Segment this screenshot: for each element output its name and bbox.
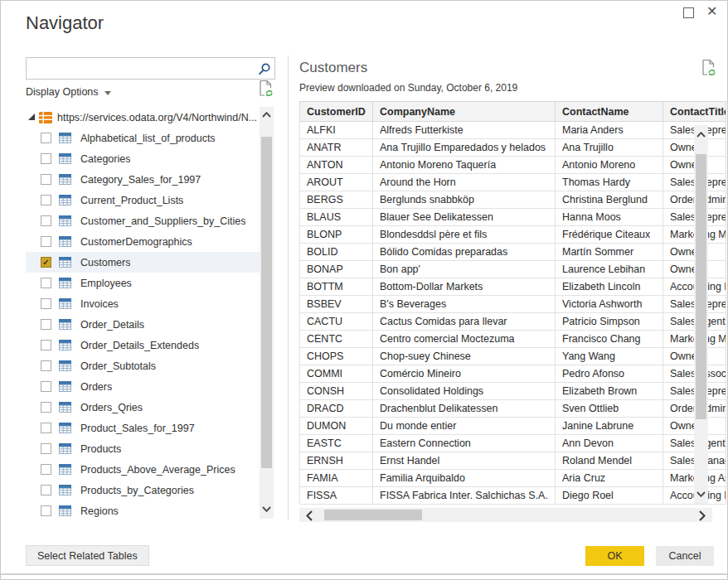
table-cell: FISSA xyxy=(300,487,373,505)
checkbox[interactable] xyxy=(41,340,51,350)
tree-item-categories[interactable]: Categories xyxy=(26,148,260,169)
checkbox[interactable] xyxy=(41,133,51,143)
checkbox[interactable] xyxy=(41,381,51,392)
preview-table: CustomerIDCompanyNameContactNameContactT… xyxy=(299,101,726,505)
tree-item-label: Categories xyxy=(80,153,130,165)
tree-item-label: Orders xyxy=(80,381,112,393)
checkbox[interactable] xyxy=(41,402,51,413)
table-cell: Roland Mendel xyxy=(556,452,663,470)
checkbox[interactable] xyxy=(41,505,51,516)
scrollbar-thumb[interactable] xyxy=(261,137,272,468)
refresh-source-icon[interactable] xyxy=(259,80,274,100)
table-row: FAMIAFamilia ArquibaldoAria CruzMarketin… xyxy=(300,470,726,487)
table-cell: Francisco Chang xyxy=(556,331,663,348)
scrollbar-thumb[interactable] xyxy=(696,154,706,419)
table-cell: BOTTM xyxy=(300,278,373,296)
table-cell: CACTU xyxy=(300,313,373,331)
table-cell: Du monde entier xyxy=(373,418,556,435)
table-cell: Sven Ottlieb xyxy=(556,400,663,418)
tree-item-customers[interactable]: ✓Customers xyxy=(26,252,260,273)
tree-item-orders_qries[interactable]: Orders_Qries xyxy=(26,397,260,418)
tree-scrollbar[interactable] xyxy=(260,107,274,519)
ok-button[interactable]: OK xyxy=(585,546,644,566)
table-row: CONSHConsolidated HoldingsElizabeth Brow… xyxy=(300,383,726,400)
table-icon xyxy=(59,195,71,205)
tree-item-current_product_lists[interactable]: Current_Product_Lists xyxy=(26,190,260,210)
table-cell: ALFKI xyxy=(300,122,373,139)
tree-item-product_sales_for_1997[interactable]: Product_Sales_for_1997 xyxy=(26,418,260,438)
tree-item-products[interactable]: Products xyxy=(26,438,260,459)
tree-item-alphabetical_list_of_products[interactable]: Alphabetical_list_of_products xyxy=(26,128,260,148)
table-cell: Centro comercial Moctezuma xyxy=(373,331,556,348)
checkbox[interactable] xyxy=(41,464,51,475)
close-icon[interactable]: ✕ xyxy=(706,3,717,20)
search-input[interactable] xyxy=(27,58,255,79)
tree-item-order_subtotals[interactable]: Order_Subtotals xyxy=(26,355,260,376)
checkbox[interactable] xyxy=(41,174,51,185)
checkbox[interactable] xyxy=(41,298,51,309)
table-cell: BERGS xyxy=(300,191,373,209)
scroll-left-icon[interactable] xyxy=(306,510,313,524)
table-icon xyxy=(59,360,71,371)
navigator-dialog: Navigator ✕ Display Options xyxy=(0,0,728,580)
scrollbar-thumb[interactable] xyxy=(324,510,422,520)
table-cell: Bottom-Dollar Markets xyxy=(373,278,556,296)
checkbox[interactable] xyxy=(41,278,51,288)
panel-divider xyxy=(288,56,289,520)
navigation-tree: https://services.odata.org/V4/Northwind/… xyxy=(26,107,260,521)
checkbox[interactable] xyxy=(41,443,51,454)
tree-item-order_details_extendeds[interactable]: Order_Details_Extendeds xyxy=(26,335,260,355)
checkbox[interactable] xyxy=(41,153,51,164)
scroll-down-icon[interactable] xyxy=(260,506,274,512)
refresh-preview-icon[interactable] xyxy=(701,59,716,80)
select-related-tables-button[interactable]: Select Related Tables xyxy=(26,545,149,566)
scroll-down-icon[interactable] xyxy=(694,491,708,497)
tree-item-customer_and_suppliers_by_cities[interactable]: Customer_and_Suppliers_by_Cities xyxy=(26,210,260,231)
scroll-right-icon[interactable] xyxy=(699,510,706,524)
table-row: DRACDDrachenblut DelikatessenSven Ottlie… xyxy=(300,400,726,418)
table-row: BLONPBlondesddsl père et filsFrédérique … xyxy=(300,226,726,244)
table-icon xyxy=(59,464,71,475)
tree-item-invoices[interactable]: Invoices xyxy=(26,293,260,314)
checkbox[interactable] xyxy=(41,485,51,495)
checkbox[interactable]: ✓ xyxy=(41,257,51,268)
table-cell: ANATR xyxy=(300,139,373,157)
odata-source-icon xyxy=(39,112,52,123)
table-vertical-scrollbar[interactable] xyxy=(694,125,708,504)
search-icon[interactable] xyxy=(257,62,271,80)
checkbox[interactable] xyxy=(41,423,51,433)
checkbox[interactable] xyxy=(41,360,51,371)
tree-item-order_details[interactable]: Order_Details xyxy=(26,314,260,335)
tree-item-employees[interactable]: Employees xyxy=(26,273,260,293)
cancel-button[interactable]: Cancel xyxy=(656,546,714,566)
table-cell: Frédérique Citeaux xyxy=(556,226,663,244)
tree-item-customerdemographics[interactable]: CustomerDemographics xyxy=(26,231,260,252)
preview-title: Customers xyxy=(299,60,367,76)
table-horizontal-scrollbar[interactable] xyxy=(299,508,712,522)
display-options-dropdown[interactable]: Display Options xyxy=(26,86,111,98)
tree-item-products_above_average_prices[interactable]: Products_Above_Average_Prices xyxy=(26,459,260,480)
table-icon xyxy=(59,340,71,350)
table-icon xyxy=(59,505,71,516)
maximize-icon[interactable] xyxy=(683,7,694,18)
table-cell: Aria Cruz xyxy=(556,470,663,487)
table-row: ANATRAna Trujillo Emparedados y heladosA… xyxy=(300,139,726,157)
tree-item-regions[interactable]: Regions xyxy=(26,500,260,521)
tree-item-category_sales_for_1997[interactable]: Category_Sales_for_1997 xyxy=(26,169,260,190)
tree-root-source[interactable]: https://services.odata.org/V4/Northwind/… xyxy=(26,107,260,128)
table-icon xyxy=(59,423,71,433)
tree-item-products_by_categories[interactable]: Products_by_Categories xyxy=(26,480,260,500)
table-cell: B's Beverages xyxy=(373,296,556,313)
tree-item-label: Invoices xyxy=(80,298,119,310)
table-row: CENTCCentro comercial MoctezumaFrancisco… xyxy=(300,331,726,348)
checkbox[interactable] xyxy=(41,236,51,247)
tree-item-orders[interactable]: Orders xyxy=(26,376,260,397)
scroll-up-icon[interactable] xyxy=(260,112,274,118)
scroll-up-icon[interactable] xyxy=(694,132,708,138)
checkbox[interactable] xyxy=(41,195,51,205)
table-row: CHOPSChop-suey ChineseYang WangOwner xyxy=(300,348,726,365)
table-cell: Antonio Moreno Taquería xyxy=(373,157,556,174)
checkbox[interactable] xyxy=(41,319,51,330)
checkbox[interactable] xyxy=(41,215,51,226)
expander-icon[interactable] xyxy=(28,114,35,120)
